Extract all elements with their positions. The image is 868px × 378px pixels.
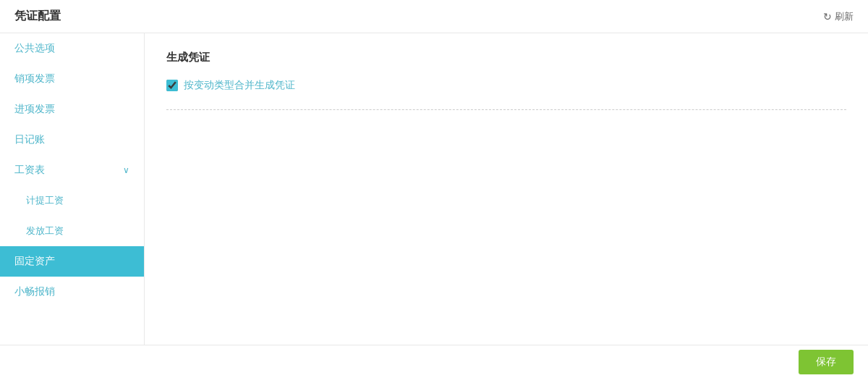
- page-title: 凭证配置: [14, 9, 61, 24]
- merge-by-type-label[interactable]: 按变动类型合并生成凭证: [184, 79, 295, 92]
- refresh-icon: ↻: [823, 11, 832, 22]
- save-button[interactable]: 保存: [799, 350, 854, 374]
- footer: 保存: [0, 345, 868, 378]
- sidebar-item-label: 销项发票: [14, 72, 55, 85]
- section-divider: [166, 109, 846, 110]
- sidebar-item-calc-payroll[interactable]: 计提工资: [0, 185, 144, 216]
- sidebar-item-sales-invoice[interactable]: 销项发票: [0, 64, 144, 94]
- sidebar-item-expense[interactable]: 小畅报销: [0, 277, 144, 307]
- sidebar-item-label: 固定资产: [14, 255, 55, 268]
- main-content: 生成凭证 按变动类型合并生成凭证: [145, 33, 868, 345]
- section-title: 生成凭证: [166, 51, 846, 64]
- sidebar-item-journal[interactable]: 日记账: [0, 125, 144, 155]
- header: 凭证配置 ↻ 刷新: [0, 0, 868, 33]
- refresh-label: 刷新: [835, 10, 854, 23]
- main-layout: 公共选项销项发票进项发票日记账工资表∨计提工资发放工资固定资产小畅报销 生成凭证…: [0, 33, 868, 345]
- merge-by-type-checkbox[interactable]: [166, 80, 178, 91]
- chevron-down-icon: ∨: [123, 165, 129, 175]
- sidebar-item-purchase-invoice[interactable]: 进项发票: [0, 94, 144, 125]
- sidebar-item-public-options[interactable]: 公共选项: [0, 33, 144, 64]
- sidebar-item-label: 发放工资: [26, 224, 64, 238]
- sidebar: 公共选项销项发票进项发票日记账工资表∨计提工资发放工资固定资产小畅报销: [0, 33, 145, 345]
- sidebar-item-label: 工资表: [14, 164, 45, 177]
- checkbox-row: 按变动类型合并生成凭证: [166, 79, 846, 92]
- sidebar-item-label: 进项发票: [14, 103, 55, 116]
- sidebar-item-label: 公共选项: [14, 42, 55, 55]
- sidebar-item-label: 小畅报销: [14, 285, 55, 298]
- refresh-button[interactable]: ↻ 刷新: [823, 10, 854, 23]
- sidebar-item-payroll[interactable]: 工资表∨: [0, 155, 144, 185]
- sidebar-item-fixed-assets[interactable]: 固定资产: [0, 246, 144, 277]
- sidebar-item-pay-payroll[interactable]: 发放工资: [0, 216, 144, 246]
- sidebar-item-label: 计提工资: [26, 194, 64, 207]
- sidebar-item-label: 日记账: [14, 133, 45, 146]
